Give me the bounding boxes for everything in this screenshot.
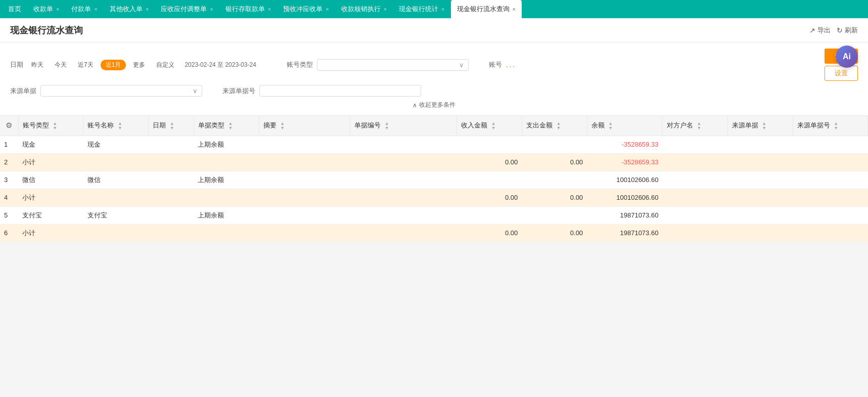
cell-doc-type bbox=[194, 189, 259, 206]
sort-doc-no-icon[interactable]: ▲▼ bbox=[385, 121, 389, 130]
settings-button[interactable]: 设置 bbox=[825, 66, 858, 81]
nav-tab-2[interactable]: 其他收入单 × bbox=[104, 0, 155, 18]
close-tab-7-icon[interactable]: × bbox=[441, 6, 444, 12]
cell-doc-no bbox=[350, 206, 457, 224]
sort-source-doc-no-icon[interactable]: ▲▼ bbox=[834, 121, 838, 130]
cell-summary bbox=[259, 153, 350, 171]
nav-tab-6[interactable]: 收款核销执行 × bbox=[335, 0, 393, 18]
filter-area: 日期 昨天 今天 近7天 近1月 更多 自定义 2023-02-24 至 202… bbox=[0, 42, 868, 116]
account-type-select[interactable]: ∨ bbox=[317, 59, 469, 71]
page-title: 现金银行流水查询 bbox=[10, 24, 83, 36]
col-source-doc-label: 来源单据 bbox=[732, 121, 758, 129]
sort-income-icon[interactable]: ▲▼ bbox=[491, 121, 496, 130]
cell-doc-type bbox=[194, 153, 259, 171]
cell-counterparty bbox=[662, 224, 727, 242]
cell-balance: -3528659.33 bbox=[587, 153, 662, 171]
col-income-label: 收入金额 bbox=[461, 121, 487, 129]
close-tab-1-icon[interactable]: × bbox=[94, 6, 97, 12]
table-header-row: ⚙ 账号类型 ▲▼ 账号名称 ▲▼ 日期 ▲▼ 单据类型 ▲▼ bbox=[0, 116, 868, 136]
nav-tab-8[interactable]: 现金银行流水查询 × bbox=[451, 0, 522, 18]
collapse-bar[interactable]: ∧ 收起更多条件 bbox=[10, 101, 858, 109]
export-button[interactable]: ↗ 导出 bbox=[809, 26, 831, 35]
header-actions: ↗ 导出 ↻ 刷新 bbox=[809, 26, 858, 35]
date-yesterday[interactable]: 昨天 bbox=[27, 60, 48, 70]
cell-index: 3 bbox=[0, 171, 18, 189]
cell-account-name: 现金 bbox=[83, 136, 149, 153]
cell-income: 0.00 bbox=[457, 153, 522, 171]
source-doc-select[interactable]: ∨ bbox=[40, 85, 202, 97]
nav-home[interactable]: 首页 bbox=[2, 5, 27, 14]
cell-account-type: 支付宝 bbox=[18, 206, 83, 224]
date-filter-group: 日期 昨天 今天 近7天 近1月 更多 自定义 2023-02-24 至 202… bbox=[10, 60, 256, 70]
cell-expense: 0.00 bbox=[522, 189, 587, 206]
sort-expense-icon[interactable]: ▲▼ bbox=[556, 121, 561, 130]
cell-source-doc bbox=[727, 136, 793, 153]
close-tab-3-icon[interactable]: × bbox=[210, 6, 213, 12]
col-balance-label: 余额 bbox=[591, 121, 605, 129]
cell-account-type: 现金 bbox=[18, 136, 83, 153]
cell-source-doc-no bbox=[793, 206, 868, 224]
col-date: 日期 ▲▼ bbox=[149, 116, 194, 136]
account-type-arrow-icon: ∨ bbox=[459, 61, 464, 69]
col-doc-type: 单据类型 ▲▼ bbox=[194, 116, 259, 136]
col-expense-label: 支出金额 bbox=[526, 121, 553, 129]
cell-date bbox=[149, 224, 194, 242]
account-dots-button[interactable]: ... bbox=[506, 60, 516, 69]
nav-tab-4[interactable]: 银行存取款单 × bbox=[219, 0, 277, 18]
cell-counterparty bbox=[662, 153, 727, 171]
sort-account-name-icon[interactable]: ▲▼ bbox=[118, 121, 122, 130]
date-label: 日期 bbox=[10, 60, 23, 69]
close-tab-5-icon[interactable]: × bbox=[326, 6, 329, 12]
nav-tab-0[interactable]: 收款单 × bbox=[27, 0, 65, 18]
cell-expense bbox=[522, 171, 587, 189]
close-tab-8-icon[interactable]: × bbox=[513, 6, 516, 12]
close-tab-2-icon[interactable]: × bbox=[146, 6, 149, 12]
date-more[interactable]: 更多 bbox=[129, 60, 149, 70]
nav-tab-3[interactable]: 应收应付调整单 × bbox=[155, 0, 219, 18]
sort-source-doc-icon[interactable]: ▲▼ bbox=[762, 121, 766, 130]
sort-doc-type-icon[interactable]: ▲▼ bbox=[228, 121, 233, 130]
cell-account-type: 小计 bbox=[18, 189, 83, 206]
col-counterparty: 对方户名 ▲▼ bbox=[662, 116, 727, 136]
sort-counterparty-icon[interactable]: ▲▼ bbox=[697, 121, 702, 130]
close-tab-4-icon[interactable]: × bbox=[268, 6, 271, 12]
nav-tab-5[interactable]: 预收冲应收单 × bbox=[277, 0, 335, 18]
cell-index: 1 bbox=[0, 136, 18, 153]
sort-account-type-icon[interactable]: ▲▼ bbox=[53, 121, 57, 130]
cell-account-name: 微信 bbox=[83, 171, 149, 189]
refresh-button[interactable]: ↻ 刷新 bbox=[837, 26, 858, 35]
sort-date-icon[interactable]: ▲▼ bbox=[170, 121, 174, 130]
nav-tab-7[interactable]: 现金银行统计 × bbox=[393, 0, 450, 18]
cell-expense: 0.00 bbox=[522, 224, 587, 242]
column-settings-icon[interactable]: ⚙ bbox=[6, 121, 12, 129]
col-balance: 余额 ▲▼ bbox=[587, 116, 662, 136]
date-1month[interactable]: 近1月 bbox=[101, 60, 126, 70]
cell-date bbox=[149, 189, 194, 206]
cell-doc-no bbox=[350, 153, 457, 171]
cell-account-type: 小计 bbox=[18, 153, 83, 171]
col-settings: ⚙ bbox=[0, 116, 18, 136]
source-doc-no-input[interactable] bbox=[259, 85, 421, 97]
sort-balance-icon[interactable]: ▲▼ bbox=[608, 121, 613, 130]
ai-assistant-button[interactable]: Ai bbox=[836, 46, 858, 68]
table-row: 6小计0.000.0019871073.60 bbox=[0, 224, 868, 242]
cell-expense bbox=[522, 136, 587, 153]
nav-tab-1[interactable]: 付款单 × bbox=[65, 0, 103, 18]
account-type-filter-group: 账号类型 ∨ bbox=[287, 59, 469, 71]
date-custom[interactable]: 自定义 bbox=[152, 60, 178, 70]
close-tab-6-icon[interactable]: × bbox=[384, 6, 387, 12]
cell-source-doc bbox=[727, 153, 793, 171]
sort-summary-icon[interactable]: ▲▼ bbox=[280, 121, 285, 130]
table-body: 1现金现金上期余额-3528659.332小计0.000.00-3528659.… bbox=[0, 136, 868, 242]
cell-balance: 19871073.60 bbox=[587, 206, 662, 224]
table-row: 4小计0.000.00100102606.60 bbox=[0, 189, 868, 206]
table-row: 3微信微信上期余额100102606.60 bbox=[0, 171, 868, 189]
date-today[interactable]: 今天 bbox=[51, 60, 71, 70]
cell-income: 0.00 bbox=[457, 189, 522, 206]
table-row: 5支付宝支付宝上期余额19871073.60 bbox=[0, 206, 868, 224]
close-tab-0-icon[interactable]: × bbox=[56, 6, 59, 12]
date-7days[interactable]: 近7天 bbox=[74, 60, 98, 70]
cell-summary bbox=[259, 206, 350, 224]
col-source-doc: 来源单据 ▲▼ bbox=[727, 116, 793, 136]
col-doc-no: 单据编号 ▲▼ bbox=[350, 116, 457, 136]
